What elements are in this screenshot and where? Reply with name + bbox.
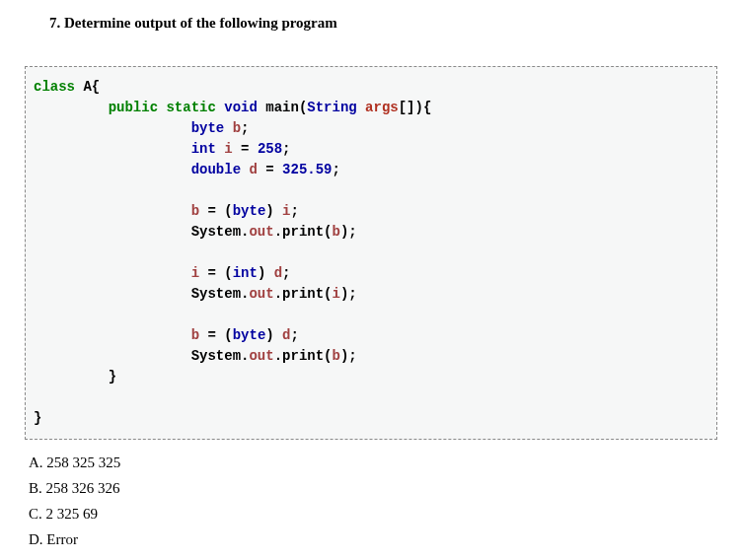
code-token: 258 [258,141,282,157]
code-token: i [224,141,232,157]
code-token: = [258,162,282,177]
code-token: d [274,265,282,281]
code-token: ( [324,224,332,240]
code-token: void [224,100,265,115]
code-token: b [233,120,241,136]
code-token [34,100,109,115]
code-token: int [233,265,258,281]
code-token: class [34,79,83,95]
code-token [34,120,191,136]
answer-option: B. 258 326 326 [29,480,717,497]
answer-option: D. Error [29,531,717,548]
code-token: System [191,286,241,302]
answer-option: C. 2 325 69 [29,506,717,523]
code-token: byte [233,203,266,219]
answer-label: A. [29,455,46,470]
code-token: . [274,348,282,364]
code-token: . [274,224,282,240]
question-text: Determine output of the following progra… [64,15,337,31]
code-token: ( [324,348,332,364]
code-token: { [92,79,100,95]
code-token [34,141,191,157]
code-token [34,265,191,281]
code-token: out [249,348,273,364]
code-token [34,348,191,364]
code-token: System [191,224,241,240]
answer-text: 258 326 326 [46,480,120,496]
code-token: ; [333,162,340,177]
code-token: { [423,100,431,115]
code-token: print [282,348,324,364]
code-token: d [282,327,290,343]
code-token: d [249,162,257,177]
answer-list: A. 258 325 325B. 258 326 326C. 2 325 69D… [29,455,717,548]
answer-text: 258 325 325 [46,455,120,470]
code-token: ) [265,327,282,343]
code-token [34,369,109,385]
code-token: i [282,203,290,219]
question-title: 7. Determine output of the following pro… [49,15,717,32]
code-token: = [199,265,224,281]
code-token: b [333,348,340,364]
code-token: b [333,224,340,240]
code-token: 325.59 [282,162,332,177]
code-token [34,224,191,240]
code-token: print [282,286,324,302]
code-token: ( [324,286,332,302]
code-token [34,245,41,260]
code-token: System [191,348,241,364]
code-token: ) [265,203,282,219]
answer-label: D. [29,531,46,547]
code-token [34,389,41,405]
answer-text: 2 325 69 [46,506,99,522]
code-token [34,162,191,177]
code-token: ( [224,203,232,219]
code-token [34,307,41,322]
code-token: print [282,224,324,240]
code-token: b [191,327,199,343]
code-token: b [191,203,199,219]
code-token: ; [291,203,299,219]
code-token: int [191,141,225,157]
code-token: byte [233,327,266,343]
code-token: ; [348,286,356,302]
code-token: ; [291,327,299,343]
code-token [34,327,191,343]
code-token: main [265,100,299,115]
code-token: ; [241,120,249,136]
code-token [34,286,191,302]
code-token: out [249,224,273,240]
code-token: . [274,286,282,302]
code-token: String [307,100,365,115]
code-token: } [34,410,41,426]
code-token: i [333,286,340,302]
answer-label: B. [29,480,46,496]
answer-option: A. 258 325 325 [29,455,717,471]
code-token: double [191,162,250,177]
code-token: ; [282,265,290,281]
question-number: 7. [49,15,60,31]
answer-label: C. [29,506,46,522]
code-token: A [83,79,91,95]
code-token: = [199,327,224,343]
code-token: = [233,141,258,157]
code-token: i [191,265,199,281]
code-token: ( [224,327,232,343]
code-token: = [199,203,224,219]
code-token: static [166,100,224,115]
code-token: } [109,369,116,385]
code-token: public [109,100,167,115]
code-token: byte [191,120,233,136]
code-token [34,182,41,198]
code-token: ; [348,224,356,240]
answer-text: Error [46,531,78,547]
code-token: ; [348,348,356,364]
code-token: ) [258,265,274,281]
code-token: args [365,100,399,115]
code-token: ; [282,141,290,157]
code-token: ( [224,265,232,281]
code-token: out [249,286,273,302]
code-token: []) [399,100,423,115]
code-token [34,203,191,219]
code-block: class A{ public static void main(String … [25,66,717,440]
